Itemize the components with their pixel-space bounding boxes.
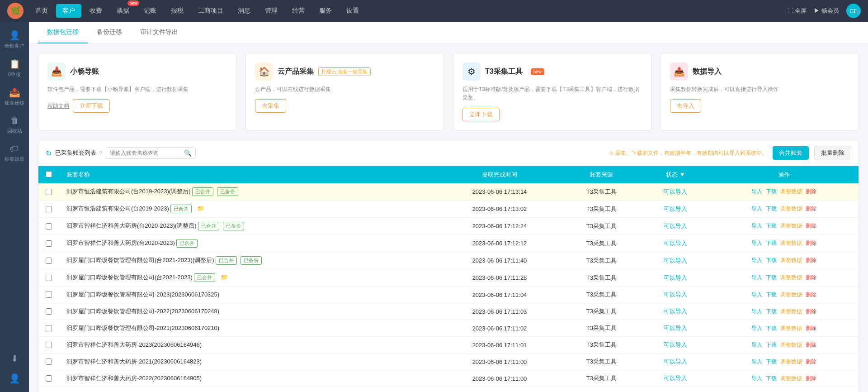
action-导入[interactable]: 导入 xyxy=(751,188,762,195)
action-导入[interactable]: 导入 xyxy=(751,292,762,298)
action-导入[interactable]: 导入 xyxy=(751,274,762,281)
action-调整数据[interactable]: 调整数据 xyxy=(780,188,802,195)
nav-item-commerce[interactable]: 工商项目 xyxy=(192,4,230,18)
row-checkbox[interactable] xyxy=(46,206,52,212)
action-调整数据[interactable]: 调整数据 xyxy=(780,375,802,382)
help-icon[interactable]: ? xyxy=(99,150,102,157)
tab-audit-export[interactable]: 审计文件导出 xyxy=(131,22,187,43)
nav-item-invoice[interactable]: 票据 new xyxy=(110,4,136,18)
nav-item-fee[interactable]: 收费 xyxy=(83,4,108,18)
fullscreen-btn[interactable]: ⛶ 全屏 xyxy=(788,7,807,15)
sidebar-item-user[interactable]: 👤 xyxy=(7,368,22,388)
action-下载[interactable]: 下载 xyxy=(766,206,777,212)
row-checkbox[interactable] xyxy=(46,325,52,331)
xiaochangdaozhang-download-btn[interactable]: 立即下载 xyxy=(73,99,110,113)
action-下载[interactable]: 下载 xyxy=(766,223,777,229)
nav-item-operation[interactable]: 经营 xyxy=(286,4,311,18)
action-下载[interactable]: 下载 xyxy=(766,375,777,382)
sidebar-item-tags[interactable]: 🏷 标签设置 xyxy=(0,139,29,167)
row-checkbox[interactable] xyxy=(46,292,52,298)
action-导入[interactable]: 导入 xyxy=(751,240,762,246)
action-导入[interactable]: 导入 xyxy=(751,257,762,263)
row-checkbox[interactable] xyxy=(46,275,52,281)
action-下载[interactable]: 下载 xyxy=(766,257,777,263)
nav-item-home[interactable]: 首页 xyxy=(29,4,54,18)
row-checkbox[interactable] xyxy=(46,342,52,348)
action-删除[interactable]: 删除 xyxy=(806,240,816,246)
nav-item-bookkeep[interactable]: 记账 xyxy=(137,4,163,18)
action-导入[interactable]: 导入 xyxy=(751,325,762,331)
action-删除[interactable]: 删除 xyxy=(806,188,816,195)
search-icon[interactable]: 🔍 xyxy=(184,149,192,157)
sidebar-item-allcustomers[interactable]: 👤 全部客户 xyxy=(0,25,29,54)
nav-item-customer[interactable]: 客户 xyxy=(56,4,81,18)
tab-data-migration[interactable]: 数据包迁移 xyxy=(38,22,88,43)
action-调整数据[interactable]: 调整数据 xyxy=(780,359,802,365)
row-checkbox[interactable] xyxy=(46,359,52,365)
search-input[interactable] xyxy=(110,150,182,156)
action-删除[interactable]: 删除 xyxy=(806,292,816,298)
nav-item-tax[interactable]: 报税 xyxy=(165,4,190,18)
action-导入[interactable]: 导入 xyxy=(751,206,762,212)
sidebar-item-zerodeclaration[interactable]: 📋 0申报 xyxy=(0,54,29,82)
action-下载[interactable]: 下载 xyxy=(766,274,777,281)
action-删除[interactable]: 删除 xyxy=(806,359,816,365)
action-删除[interactable]: 删除 xyxy=(806,223,816,229)
xiaochangdaozhang-help-link[interactable]: 帮助文档 xyxy=(47,102,69,110)
yunyixin-collect-btn[interactable]: 去采集 xyxy=(255,99,286,113)
user-avatar[interactable]: CE xyxy=(846,4,861,18)
nav-item-service[interactable]: 服务 xyxy=(313,4,338,18)
action-删除[interactable]: 删除 xyxy=(806,257,816,263)
action-导入[interactable]: 导入 xyxy=(751,308,762,315)
action-调整数据[interactable]: 调整数据 xyxy=(780,308,802,315)
action-调整数据[interactable]: 调整数据 xyxy=(780,274,802,281)
action-删除[interactable]: 删除 xyxy=(806,274,816,281)
action-下载[interactable]: 下载 xyxy=(766,292,777,298)
row-checkbox[interactable] xyxy=(46,240,52,247)
tab-backup-migration[interactable]: 备份迁移 xyxy=(88,22,131,43)
action-下载[interactable]: 下载 xyxy=(766,240,777,246)
nav-item-settings[interactable]: 设置 xyxy=(340,4,365,18)
action-下载[interactable]: 下载 xyxy=(766,308,777,315)
select-all-checkbox[interactable] xyxy=(46,171,52,177)
row-checkbox[interactable] xyxy=(46,189,52,195)
batch-delete-btn[interactable]: 批量删除 xyxy=(814,146,851,160)
cell-name: 汩罗屋门口哔坂餐饮管理有限公司(台2021-2023) 已合并 📁 xyxy=(59,269,438,287)
action-删除[interactable]: 删除 xyxy=(806,206,816,212)
action-下载[interactable]: 下载 xyxy=(766,188,777,195)
action-导入[interactable]: 导入 xyxy=(751,375,762,382)
action-调整数据[interactable]: 调整数据 xyxy=(780,206,802,212)
action-下载[interactable]: 下载 xyxy=(766,325,777,331)
nav-item-message[interactable]: 消息 xyxy=(231,4,257,18)
merge-btn[interactable]: 合并账套 xyxy=(773,146,809,160)
action-下载[interactable]: 下载 xyxy=(766,342,777,348)
action-删除[interactable]: 删除 xyxy=(806,342,816,348)
person-icon: 👤 xyxy=(9,30,20,41)
action-调整数据[interactable]: 调整数据 xyxy=(780,342,802,348)
sidebar-item-download[interactable]: ⬇ xyxy=(7,349,22,368)
row-checkbox[interactable] xyxy=(46,375,52,382)
action-导入[interactable]: 导入 xyxy=(751,223,762,229)
action-调整数据[interactable]: 调整数据 xyxy=(780,240,802,246)
action-调整数据[interactable]: 调整数据 xyxy=(780,292,802,298)
action-下载[interactable]: 下载 xyxy=(766,359,777,365)
sidebar-item-recycle[interactable]: 🗑 回收站 xyxy=(0,111,29,139)
action-删除[interactable]: 删除 xyxy=(806,308,816,315)
app-logo[interactable]: 🌿 xyxy=(7,3,24,19)
action-删除[interactable]: 删除 xyxy=(806,375,816,382)
row-checkbox[interactable] xyxy=(46,223,52,229)
member-btn[interactable]: ▶ 畅会员 xyxy=(814,7,839,15)
action-删除[interactable]: 删除 xyxy=(806,325,816,331)
row-checkbox[interactable] xyxy=(46,308,52,315)
sidebar-item-migration[interactable]: 📤 账套迁移 xyxy=(0,82,29,111)
action-导入[interactable]: 导入 xyxy=(751,359,762,365)
action-调整数据[interactable]: 调整数据 xyxy=(780,325,802,331)
shujudaoru-import-btn[interactable]: 去导入 xyxy=(670,99,701,113)
action-调整数据[interactable]: 调整数据 xyxy=(780,257,802,263)
nav-item-manage[interactable]: 管理 xyxy=(259,4,284,18)
t3caiji-download-btn[interactable]: 立即下载 xyxy=(462,108,500,121)
action-调整数据[interactable]: 调整数据 xyxy=(780,223,802,229)
action-导入[interactable]: 导入 xyxy=(751,342,762,348)
row-checkbox[interactable] xyxy=(46,258,52,264)
refresh-icon[interactable]: ↻ xyxy=(46,149,52,158)
